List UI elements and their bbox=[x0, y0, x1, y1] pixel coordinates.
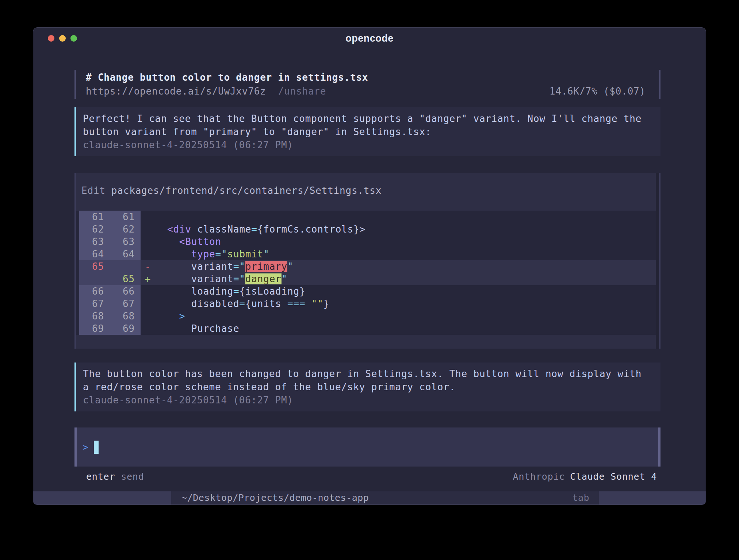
zoom-icon[interactable] bbox=[70, 35, 77, 42]
message-text: Perfect! I can see that the Button compo… bbox=[83, 112, 652, 125]
diff-row: 6464 type="submit" bbox=[79, 248, 656, 260]
diff-code-line: variant="primary" bbox=[155, 260, 656, 273]
diff-marker bbox=[141, 322, 155, 335]
status-bar: opencode v0.3.11 ~/Desktop/Projects/demo… bbox=[33, 491, 706, 505]
diff-row: 6161 bbox=[79, 211, 656, 223]
diff-code-line: <Button bbox=[155, 235, 656, 248]
diff-gutter-new: 65 bbox=[110, 273, 141, 285]
titlebar: opencode bbox=[33, 28, 706, 49]
diff-marker bbox=[141, 235, 155, 248]
tab-key-hint: tab bbox=[572, 491, 589, 505]
diff-row: 6767 disabled={units === ""} bbox=[79, 298, 656, 310]
send-hint: enter send bbox=[86, 470, 144, 483]
send-hint-key: enter bbox=[86, 471, 115, 482]
diff-marker bbox=[141, 298, 155, 310]
diff-code-line: type="submit" bbox=[155, 248, 656, 260]
prompt-input[interactable]: > bbox=[74, 427, 660, 467]
diff: 61616262 <div className={formCs.controls… bbox=[76, 211, 656, 335]
diff-marker bbox=[141, 211, 155, 223]
session-column: # Change button color to danger in setti… bbox=[74, 70, 660, 483]
diff-row: 6868 > bbox=[79, 310, 656, 322]
diff-gutter-new: 63 bbox=[110, 235, 141, 248]
diff-gutter-old: 61 bbox=[79, 211, 110, 223]
diff-gutter-new: 68 bbox=[110, 310, 141, 322]
diff-gutter-new: 69 bbox=[110, 322, 141, 335]
diff-gutter-old: 67 bbox=[79, 298, 110, 310]
diff-row: 6666 loading={isLoading} bbox=[79, 285, 656, 298]
diff-marker bbox=[141, 223, 155, 235]
edit-card-scroll-gutter bbox=[656, 173, 659, 349]
session-subheader: https://opencode.ai/s/UwJxv76z/unshare 1… bbox=[86, 84, 646, 98]
diff-marker bbox=[141, 248, 155, 260]
diff-code-line: variant="danger" bbox=[155, 273, 656, 285]
model-label: Claude Sonnet 4 bbox=[570, 471, 657, 482]
diff-gutter-old: 65 bbox=[79, 260, 110, 273]
diff-gutter-old: 68 bbox=[79, 310, 110, 322]
diff-row: 6363 <Button bbox=[79, 235, 656, 248]
diff-row: 65- variant="primary" bbox=[79, 260, 656, 273]
message-text: a red/rose color scheme instead of the b… bbox=[83, 380, 652, 394]
diff-code-line bbox=[155, 211, 656, 223]
share-row: https://opencode.ai/s/UwJxv76z/unshare bbox=[86, 84, 326, 98]
diff-gutter-old: 62 bbox=[79, 223, 110, 235]
app-window: opencode # Change button color to danger… bbox=[33, 27, 706, 505]
diff-gutter-old: 69 bbox=[79, 322, 110, 335]
diff-marker: + bbox=[141, 273, 155, 285]
diff-gutter-old: 66 bbox=[79, 285, 110, 298]
window-title: opencode bbox=[345, 33, 394, 44]
send-hint-label: send bbox=[121, 471, 144, 482]
edit-action-label: Edit bbox=[81, 185, 106, 196]
share-url[interactable]: https://opencode.ai/s/UwJxv76z bbox=[86, 86, 266, 97]
traffic-lights bbox=[48, 35, 77, 42]
working-directory: ~/Desktop/Projects/demo-notes-app bbox=[181, 491, 369, 505]
diff-gutter-old bbox=[79, 273, 110, 285]
diff-row: 6969 Purchase bbox=[79, 322, 656, 335]
diff-gutter-new: 62 bbox=[110, 223, 141, 235]
diff-gutter-new: 66 bbox=[110, 285, 141, 298]
diff-code-line: Purchase bbox=[155, 322, 656, 335]
provider-label: Anthropic bbox=[513, 471, 565, 482]
model-indicator: AnthropicClaude Sonnet 4 bbox=[513, 470, 657, 483]
session-title: # Change button color to danger in setti… bbox=[86, 70, 646, 84]
diff-row: 6262 <div className={formCs.controls}> bbox=[79, 223, 656, 235]
message-meta: claude-sonnet-4-20250514 (06:27 PM) bbox=[83, 394, 652, 407]
token-usage: 14.6K/7% ($0.07) bbox=[550, 84, 646, 98]
hints-row: enter send AnthropicClaude Sonnet 4 bbox=[74, 470, 660, 483]
diff-code-line: loading={isLoading} bbox=[155, 285, 656, 298]
app-version-chip: opencode v0.3.11 bbox=[33, 491, 171, 505]
message-text: The button color has been changed to dan… bbox=[83, 367, 652, 380]
edit-file-path: packages/frontend/src/containers/Setting… bbox=[111, 185, 382, 196]
message-meta: claude-sonnet-4-20250514 (06:27 PM) bbox=[83, 138, 652, 151]
assistant-message: Perfect! I can see that the Button compo… bbox=[74, 107, 660, 156]
statusbar-spacer bbox=[369, 491, 572, 505]
diff-marker bbox=[141, 285, 155, 298]
edit-card-header: Editpackages/frontend/src/containers/Set… bbox=[76, 184, 656, 197]
session-header: # Change button color to danger in setti… bbox=[74, 70, 660, 99]
text-cursor bbox=[94, 441, 99, 454]
diff-marker: - bbox=[141, 260, 155, 273]
diff-gutter-new: 67 bbox=[110, 298, 141, 310]
diff-row: 65+ variant="danger" bbox=[79, 273, 656, 285]
diff-gutter-old: 63 bbox=[79, 235, 110, 248]
mode-chip[interactable]: BUILD MODE bbox=[599, 491, 706, 505]
diff-gutter-new: 61 bbox=[110, 211, 141, 223]
edit-card-body: Editpackages/frontend/src/containers/Set… bbox=[76, 173, 656, 349]
assistant-message: The button color has been changed to dan… bbox=[74, 363, 660, 411]
minimize-icon[interactable] bbox=[59, 35, 66, 42]
close-icon[interactable] bbox=[48, 35, 54, 42]
unshare-command[interactable]: /unshare bbox=[278, 86, 326, 97]
diff-gutter-new bbox=[110, 260, 141, 273]
diff-gutter-old: 64 bbox=[79, 248, 110, 260]
diff-code-line: disabled={units === ""} bbox=[155, 298, 656, 310]
diff-code-line: > bbox=[155, 310, 656, 322]
diff-gutter-new: 64 bbox=[110, 248, 141, 260]
edit-card-right-edge bbox=[659, 173, 660, 349]
edit-tool-card: Editpackages/frontend/src/containers/Set… bbox=[74, 173, 660, 349]
diff-marker bbox=[141, 310, 155, 322]
prompt-symbol: > bbox=[83, 442, 88, 453]
diff-code-line: <div className={formCs.controls}> bbox=[155, 223, 656, 235]
message-text: button variant from "primary" to "danger… bbox=[83, 125, 652, 138]
